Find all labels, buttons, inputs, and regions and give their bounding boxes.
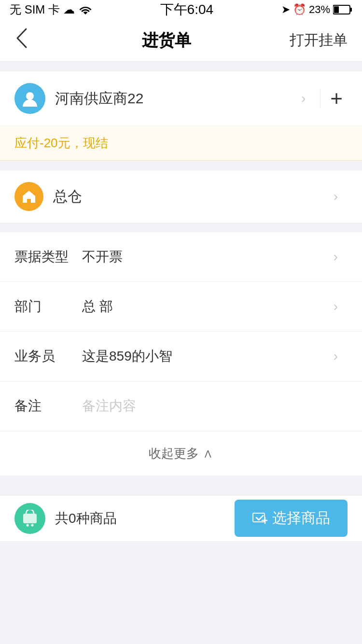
signal-text: 无 SIM 卡 ☁ [10, 2, 75, 17]
battery-text: 23% [309, 3, 330, 16]
battery-icon [333, 4, 352, 15]
svg-rect-1 [350, 8, 352, 12]
status-right: ➤ ⏰ 23% [281, 3, 352, 16]
status-bar: 无 SIM 卡 ☁ 下午6:04 ➤ ⏰ 23% [0, 0, 362, 19]
select-product-icon [252, 511, 267, 526]
wifi-icon [79, 5, 92, 14]
warehouse-row[interactable]: 总仓 › [0, 170, 362, 223]
supplier-name: 河南供应商22 [55, 89, 301, 109]
svg-point-3 [26, 92, 34, 100]
warehouse-chevron-icon: › [334, 189, 338, 204]
svg-rect-4 [27, 199, 31, 203]
supplier-row[interactable]: 河南供应商22 › + [0, 71, 362, 126]
warehouse-icon [14, 182, 43, 211]
invoice-row[interactable]: 票据类型 不开票 › [0, 232, 362, 282]
invoice-label: 票据类型 [14, 248, 72, 266]
location-icon: ➤ [281, 3, 290, 16]
svg-rect-5 [23, 514, 37, 523]
department-value: 总 部 [72, 297, 334, 316]
section-gap-4 [0, 476, 362, 485]
svg-point-7 [31, 524, 34, 526]
remark-input[interactable] [72, 398, 348, 414]
salesman-label: 业务员 [14, 347, 72, 365]
supplier-divider [320, 89, 320, 108]
supplier-notice: 应付-20元，现结 [0, 126, 362, 161]
salesman-row[interactable]: 业务员 这是859的小智 › [0, 332, 362, 381]
invoice-chevron-icon: › [334, 249, 338, 265]
alarm-icon: ⏰ [293, 3, 306, 16]
status-left: 无 SIM 卡 ☁ [10, 2, 92, 17]
back-button[interactable] [14, 27, 43, 54]
collapse-button[interactable]: 收起更多 ∧ [0, 431, 362, 476]
warehouse-name: 总仓 [53, 187, 334, 207]
remark-row[interactable]: 备注 [0, 381, 362, 431]
supplier-avatar [14, 83, 45, 114]
select-product-button[interactable]: 选择商品 [235, 500, 348, 537]
page-title: 进货单 [142, 29, 191, 52]
section-gap-2 [0, 161, 362, 170]
cart-icon [21, 510, 39, 527]
salesman-chevron-icon: › [334, 349, 338, 364]
svg-point-6 [27, 524, 29, 526]
open-pending-button[interactable]: 打开挂单 [290, 30, 348, 50]
department-chevron-icon: › [334, 299, 338, 314]
invoice-value: 不开票 [72, 248, 334, 266]
form-section: 票据类型 不开票 › 部门 总 部 › 业务员 这是859的小智 › 备注 收起… [0, 232, 362, 476]
status-time: 下午6:04 [160, 0, 214, 19]
department-label: 部门 [14, 297, 72, 316]
supplier-avatar-icon [21, 89, 39, 108]
supplier-chevron-icon: › [301, 91, 306, 106]
product-cart-icon [14, 503, 45, 534]
select-product-label: 选择商品 [272, 508, 330, 528]
product-count: 共0种商品 [55, 509, 235, 528]
add-supplier-button[interactable]: + [325, 86, 348, 111]
section-gap-3 [0, 223, 362, 232]
bottom-bar: 共0种商品 选择商品 [0, 495, 362, 541]
section-gap-1 [0, 62, 362, 71]
warehouse-section: 总仓 › [0, 170, 362, 223]
svg-rect-2 [334, 6, 339, 13]
remark-label: 备注 [14, 397, 72, 415]
collapse-label: 收起更多 ∧ [149, 445, 213, 462]
department-row[interactable]: 部门 总 部 › [0, 282, 362, 332]
salesman-value: 这是859的小智 [72, 347, 334, 365]
page-background [0, 541, 362, 644]
supplier-section: 河南供应商22 › + 应付-20元，现结 [0, 71, 362, 161]
warehouse-house-icon [21, 188, 37, 205]
nav-bar: 进货单 打开挂单 [0, 19, 362, 62]
